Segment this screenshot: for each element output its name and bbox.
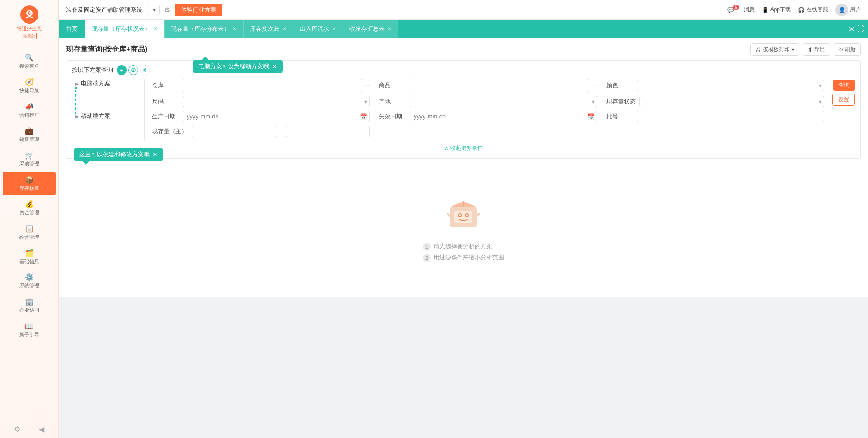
origin-select[interactable] [410, 96, 597, 107]
expire-date-input[interactable] [410, 111, 597, 122]
sidebar-item-quick[interactable]: 🧭 快捷导航 [3, 74, 56, 98]
sidebar-item-enterprise[interactable]: 🏢 企业协同 [3, 294, 56, 317]
header-settings-icon[interactable]: ⚙ [164, 6, 170, 14]
tab-inventory-status[interactable]: 现存量（库存状况表） ✕ [85, 20, 164, 38]
tab-close-batch[interactable]: ✕ [282, 26, 287, 32]
scheme-group-desktop-header[interactable]: ▶ 电脑端方案 [75, 79, 144, 89]
tab-flow[interactable]: 出入库流水 ✕ [293, 20, 343, 38]
collapse-sidebar-icon[interactable]: ◀ [39, 425, 44, 433]
filter-row-3: 生产日期 📅 失效日期 📅 [152, 111, 824, 122]
scheme-connector-line [75, 89, 76, 114]
print-icon: 🖨 [755, 47, 761, 53]
tab-inventory-dist[interactable]: 现存量（库存分布表） ✕ [164, 20, 243, 38]
folder-icon: 🗂️ [25, 249, 34, 257]
user-action[interactable]: 👤 用户 [835, 4, 861, 16]
app-tag: 标准版 [22, 33, 37, 39]
svg-text:6: 6 [28, 11, 31, 16]
sidebar-item-marketing[interactable]: 📣 营销推广 [3, 99, 56, 122]
scheme-group-desktop: ▶ 电脑端方案 [75, 79, 144, 89]
header: 装备及固定资产辅助管理系统 ▾ ⚙ 体验行业方案 💬 6 消息 📱 App下载 … [59, 0, 868, 20]
app-download-action[interactable]: 📱 App下载 [762, 6, 791, 14]
size-select[interactable] [183, 96, 370, 107]
produce-date-input[interactable] [183, 111, 370, 122]
tab-home[interactable]: 首页 [59, 20, 85, 38]
filter-produce-date: 生产日期 📅 [152, 111, 370, 122]
stock-qty-max[interactable] [286, 126, 370, 137]
tab-home-label: 首页 [66, 25, 78, 33]
tab-batch-account[interactable]: 库存批次账 ✕ [243, 20, 293, 38]
tab-close-inventory-status[interactable]: ✕ [153, 26, 158, 32]
filter-product: 商品 ··· [379, 79, 597, 92]
color-select[interactable] [637, 80, 824, 91]
stock-qty-min[interactable] [192, 126, 276, 137]
filter-stock-status: 现存量状态 ▾ [606, 96, 824, 107]
product-more-icon[interactable]: ··· [591, 81, 597, 89]
tab-close-summary[interactable]: ✕ [387, 26, 392, 32]
cart-icon: 🛒 [25, 151, 34, 160]
tab-close-all-icon[interactable]: ✕ [849, 25, 854, 33]
sidebar-item-search[interactable]: 🔍 搜索菜单 [3, 50, 56, 73]
tab-summary[interactable]: 收发存汇总表 ✕ [343, 20, 398, 38]
system-selector[interactable]: ▾ [147, 5, 160, 15]
experience-btn[interactable]: 体验行业方案 [175, 4, 222, 16]
sidebar-item-system[interactable]: ⚙️ 系统管理 [3, 269, 56, 293]
sidebar-item-inventory[interactable]: 📦 库存核算 [3, 172, 56, 195]
filter-origin: 产地 ▾ [379, 96, 597, 107]
tabbar: 首页 现存量（库存状况表） ✕ 现存量（库存分布表） ✕ 库存批次账 ✕ 出入库… [59, 20, 868, 38]
edit-scheme-btn[interactable] [128, 65, 138, 75]
message-action[interactable]: 💬 6 消息 [727, 6, 755, 14]
stock-status-select[interactable] [639, 96, 824, 107]
sidebar-item-purchase[interactable]: 🛒 采购管理 [3, 147, 56, 171]
chevron-up-icon: ∧ [444, 145, 448, 151]
app-download-label: App下载 [770, 6, 791, 14]
tooltip-desktop-scheme: 电脑方案可设为移动方案哦 ✕ [193, 60, 283, 73]
filter-header: 按以下方案查询 + 电脑方案可设为移动方案哦 ✕ [72, 65, 855, 75]
svg-point-8 [459, 214, 461, 216]
filter-warehouse: 仓库 ··· [152, 79, 370, 92]
scheme-group-mobile-header[interactable]: ▶ 移动端方案 [75, 111, 144, 121]
tooltip-1-close[interactable]: ✕ [272, 63, 277, 70]
page-actions: 🖨 按模板打印 ▾ ⬆ 导出 ↻ 刷新 [750, 43, 861, 56]
nav-list: 🔍 搜索菜单 🧭 快捷导航 📣 营销推广 💼 销售管理 🛒 采购管理 📦 库存核… [0, 45, 58, 420]
sidebar-bottom: ⚙ ◀ [0, 420, 58, 438]
clipboard-icon: 📋 [25, 224, 34, 233]
filter-batch-no: 批号 [606, 111, 824, 122]
settings-bottom-icon[interactable]: ⚙ [14, 425, 20, 433]
tab-close-inventory-dist[interactable]: ✕ [232, 26, 237, 32]
page-title-row: 现存量查询(按仓库+商品) 🖨 按模板打印 ▾ ⬆ 导出 ↻ 刷新 [66, 43, 861, 56]
sidebar-label-sales: 销售管理 [19, 136, 39, 143]
sidebar-label-inventory: 库存核算 [19, 185, 39, 192]
back-scheme-btn[interactable] [140, 65, 150, 75]
header-left: 装备及固定资产辅助管理系统 ▾ ⚙ 体验行业方案 [66, 4, 222, 16]
filter-row-2: 尺码 ▾ 产地 ▾ [152, 96, 824, 107]
empty-step-1-text: 请先选择要分析的方案 [434, 242, 492, 250]
tab-maximize-icon[interactable]: ⛶ [857, 25, 864, 33]
export-btn[interactable]: ⬆ 导出 [803, 43, 830, 56]
sidebar-label-finance: 资金管理 [19, 209, 39, 216]
sidebar-item-basic[interactable]: 🗂️ 基础信息 [3, 245, 56, 268]
logo-area: 6 畅通好生意 标准版 [0, 0, 58, 45]
chevron-down-icon: ▾ [153, 7, 156, 13]
filter-size: 尺码 ▾ [152, 96, 370, 107]
sidebar-item-operations[interactable]: 📋 经营管理 [3, 221, 56, 244]
template-print-btn[interactable]: 🖨 按模板打印 ▾ [750, 43, 799, 56]
sidebar-item-sales[interactable]: 💼 销售管理 [3, 123, 56, 146]
sidebar-label-search: 搜索菜单 [19, 63, 39, 70]
tab-close-flow[interactable]: ✕ [332, 26, 336, 32]
sidebar-item-guide[interactable]: 📖 新手引导 [3, 318, 56, 342]
sidebar-item-finance[interactable]: 💰 资金管理 [3, 196, 56, 220]
warehouse-input[interactable] [183, 79, 362, 92]
collapse-filter-btn[interactable]: ∧ 收起更多条件 [72, 141, 855, 154]
warehouse-more-icon[interactable]: ··· [364, 81, 370, 89]
add-scheme-btn[interactable]: + [117, 65, 127, 75]
query-btn[interactable]: 查询 [833, 80, 855, 91]
tooltip-2-close[interactable]: ✕ [152, 151, 158, 158]
scheme-mobile-label: 移动端方案 [81, 112, 110, 120]
online-service-action[interactable]: 🎧 在线客服 [798, 6, 828, 14]
sidebar: 6 畅通好生意 标准版 🔍 搜索菜单 🧭 快捷导航 📣 营销推广 💼 销售管理 … [0, 0, 59, 438]
product-input[interactable] [410, 79, 589, 92]
refresh-btn[interactable]: ↻ 刷新 [834, 43, 861, 56]
settings-query-btn[interactable]: 设置 [832, 94, 855, 106]
batch-no-input[interactable] [637, 111, 824, 122]
money-icon: 💰 [25, 200, 34, 208]
